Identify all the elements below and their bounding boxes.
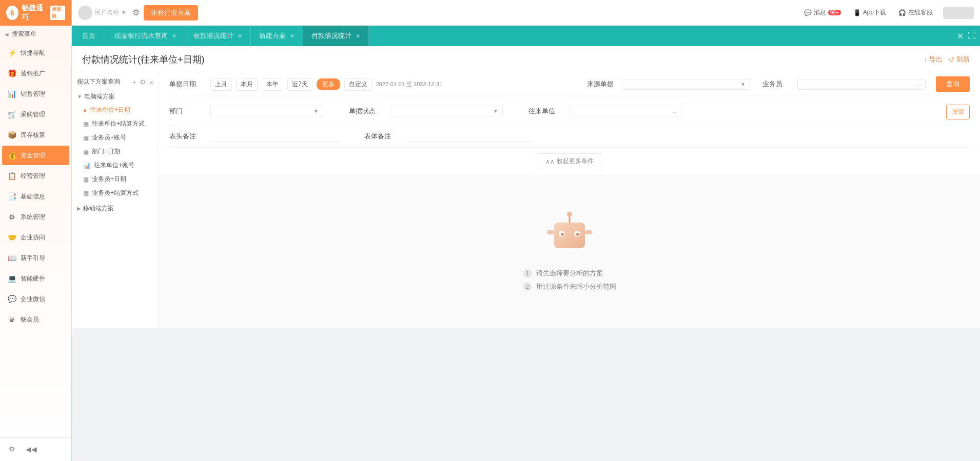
svg-rect-7 <box>547 230 554 234</box>
doc-status-select[interactable]: ▼ <box>390 106 503 116</box>
sidebar-item-label: 基础信息 <box>21 192 45 201</box>
sidebar-item-enterprise[interactable]: 🤝 企业协同 <box>2 228 69 247</box>
tab-bank-flow[interactable]: 现金银行流水查询 ✕ <box>106 26 185 46</box>
svg-rect-0 <box>554 223 585 248</box>
date-btn-custom[interactable]: 自定义 <box>344 78 372 91</box>
svg-rect-8 <box>585 230 592 234</box>
date-label: 单据日期 <box>169 79 200 89</box>
scheme-group-pc-header[interactable]: ▼ 电脑端方案 <box>72 90 159 103</box>
tab-receipts-stat[interactable]: 收款情况统计 ✕ <box>185 26 251 46</box>
sidebar: 6 畅捷通巧 标准版 ≡ 搜索菜单 ⚡ 快捷导航 🎁 营销推广 📊 销售管理 🛒… <box>0 0 72 461</box>
sidebar-item-vip[interactable]: ♛ 畅会员 <box>2 310 69 329</box>
pc-group-label: 电脑端方案 <box>84 92 115 101</box>
date-btn-last-month[interactable]: 上月 <box>210 78 232 91</box>
sidebar-item-marketing[interactable]: 🎁 营销推广 <box>2 64 69 83</box>
date-btn-this-month[interactable]: 本月 <box>236 78 258 91</box>
date-btn-this-year[interactable]: 本年 <box>262 78 283 91</box>
scheme-group-mobile-header[interactable]: ▶ 移动端方案 <box>72 202 159 215</box>
scheme-item-label: 部门+日期 <box>92 147 120 156</box>
sidebar-item-label: 销售管理 <box>21 90 45 98</box>
sidebar-item-inventory[interactable]: 📦 库存核算 <box>2 125 69 145</box>
topbar: 用户名称 ▼ ⚙ 体验行业方案 💬 消息 99+ 📱 App下载 🎧 在线客服 <box>72 0 980 26</box>
collapse-more-btn[interactable]: ∧∧ 收起更多条件 <box>537 153 602 169</box>
topbar-gear-icon[interactable]: ⚙ <box>132 8 140 17</box>
refresh-icon: ↺ <box>949 56 954 64</box>
source-select[interactable]: ▼ <box>622 79 750 90</box>
sidebar-item-label: 库存核算 <box>21 131 45 139</box>
topbar-app-download[interactable]: 📱 App下载 <box>853 8 886 17</box>
scheme-item-icon: ▦ <box>83 148 89 155</box>
tab-bank-flow-close[interactable]: ✕ <box>172 33 177 39</box>
sidebar-item-operation[interactable]: 📋 经营管理 <box>2 166 69 186</box>
system-icon: ⚙ <box>7 212 16 222</box>
set-btn[interactable]: 设置 <box>946 105 970 119</box>
sidebar-item-system[interactable]: ⚙ 系统管理 <box>2 207 69 227</box>
sidebar-item-label: 快捷导航 <box>21 49 45 57</box>
export-btn[interactable]: ↑ 导出 <box>924 55 943 64</box>
scheme-item-partner-settlement[interactable]: ▦ 往来单位+结算方式 <box>72 117 159 131</box>
download-icon: 📱 <box>853 9 861 16</box>
filter-row-3: 表头备注 表体备注 <box>169 125 970 148</box>
trial-btn[interactable]: 体验行业方案 <box>144 5 198 21</box>
sidebar-item-smart-hw[interactable]: 💻 智能硬件 <box>2 269 69 288</box>
tab-new-scheme[interactable]: 新建方案 ✕ <box>251 26 303 46</box>
scheme-collapse-btn[interactable]: « <box>149 78 153 86</box>
scheme-item-label: 往来单位+日期 <box>90 106 130 114</box>
user-chevron-icon: ▼ <box>121 10 126 15</box>
sidebar-item-capital[interactable]: 💰 资金管理 <box>2 146 69 165</box>
sidebar-item-label: 营销推广 <box>21 69 45 78</box>
query-btn[interactable]: 查询 <box>936 76 970 92</box>
edition-badge: 标准版 <box>50 6 65 20</box>
dept-select[interactable]: ▼ <box>210 106 323 116</box>
sidebar-item-search-menu[interactable]: ≡ 搜索菜单 <box>0 26 71 43</box>
partner-select[interactable]: … <box>570 106 682 116</box>
scheme-add-btn[interactable]: + <box>132 78 136 86</box>
collapse-sidebar-btn[interactable]: ◀◀ <box>24 442 39 457</box>
tab-home[interactable]: 首页 <box>72 26 106 46</box>
tab-new-scheme-close[interactable]: ✕ <box>290 33 295 39</box>
tab-fullscreen-btn[interactable]: ⛶ <box>968 31 976 41</box>
salesman-select[interactable]: … <box>797 79 926 90</box>
scheme-item-dept-date[interactable]: ▦ 部门+日期 <box>72 145 159 158</box>
service-icon: 🎧 <box>898 9 906 16</box>
online-service-label: 在线客服 <box>908 8 933 17</box>
source-label: 来源单据 <box>587 79 618 89</box>
settings-bottom-btn[interactable]: ⚙ <box>4 442 19 457</box>
svg-point-4 <box>576 233 579 236</box>
date-btn-more[interactable]: 更多 <box>317 78 340 90</box>
empty-illustration <box>544 207 595 258</box>
scheme-item-salesman-date[interactable]: ▦ 业务员+日期 <box>72 172 159 186</box>
tabbar-actions: ✕ ⛶ <box>953 26 980 46</box>
sidebar-item-sales[interactable]: 📊 销售管理 <box>2 84 69 104</box>
scheme-item-salesman-account[interactable]: ▦ 业务员+账号 <box>72 131 159 145</box>
topbar-messages[interactable]: 💬 消息 99+ <box>804 8 841 17</box>
topbar-online-service[interactable]: 🎧 在线客服 <box>898 8 933 17</box>
sidebar-item-label: 系统管理 <box>21 213 45 222</box>
scheme-setting-btn[interactable]: ⚙ <box>140 78 146 86</box>
tab-payment-stat[interactable]: 付款情况统计 ✕ <box>303 26 369 46</box>
scheme-item-label: 往来单位+结算方式 <box>92 119 145 128</box>
sidebar-item-basic-info[interactable]: 📑 基础信息 <box>2 187 69 206</box>
scheme-item-salesman-settlement[interactable]: ▦ 业务员+结算方式 <box>72 186 159 200</box>
header-note-input[interactable] <box>210 130 339 142</box>
body-note-input[interactable] <box>405 130 534 142</box>
export-label: 导出 <box>929 55 943 64</box>
scheme-item-partner-date[interactable]: ● 往来单位+日期 <box>72 103 159 117</box>
scheme-panel-actions: + ⚙ « <box>132 78 153 86</box>
sidebar-item-quick-nav[interactable]: ⚡ 快捷导航 <box>2 43 69 63</box>
scheme-panel-header: 按以下方案查询 + ⚙ « <box>72 75 159 90</box>
scheme-item-partner-account[interactable]: 📊 往来单位+账号 <box>72 158 159 172</box>
dept-label: 部门 <box>169 107 200 116</box>
tab-receipts-stat-label: 收款情况统计 <box>193 31 233 41</box>
sidebar-item-wechat[interactable]: 💬 企业微信 <box>2 289 69 309</box>
refresh-btn[interactable]: ↺ 刷新 <box>949 55 970 64</box>
date-btn-7days[interactable]: 近7天 <box>287 78 312 91</box>
sidebar-item-newbie[interactable]: 📖 新手引导 <box>2 248 69 268</box>
tab-close-all-btn[interactable]: ✕ <box>957 31 964 41</box>
topbar-user-info: 用户名称 ▼ <box>78 6 126 20</box>
sidebar-item-purchase[interactable]: 🛒 采购管理 <box>2 105 69 124</box>
tab-payment-stat-close[interactable]: ✕ <box>356 33 360 39</box>
tab-receipts-stat-close[interactable]: ✕ <box>238 33 242 39</box>
scheme-item-label: 往来单位+账号 <box>94 161 134 170</box>
operation-icon: 📋 <box>7 171 16 181</box>
